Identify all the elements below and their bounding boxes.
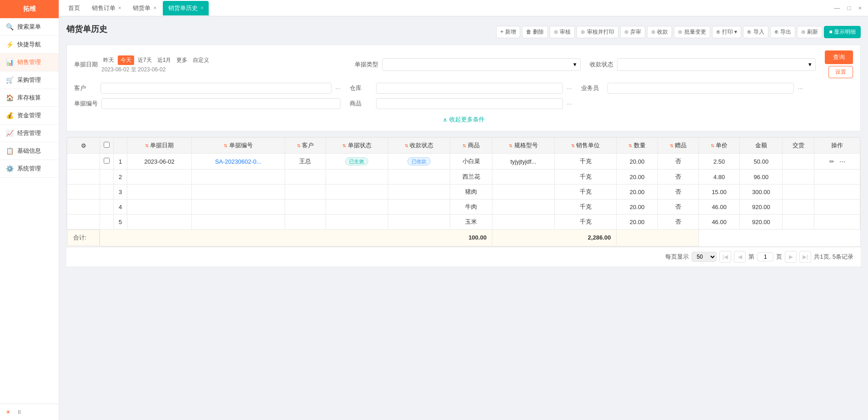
set-button[interactable]: 设置 bbox=[828, 66, 853, 78]
filter-card: 单据日期 昨天 今天 近7天 近1月 更多 自定义 2023-06-02 至 2… bbox=[66, 45, 861, 131]
row-action-cell: ✏ ⋯ bbox=[814, 154, 860, 170]
refresh-button[interactable]: ⊙ 刷新 bbox=[797, 26, 822, 38]
row-doc-status-cell bbox=[326, 200, 388, 215]
next-page-btn[interactable]: ▶ bbox=[785, 251, 797, 263]
date-shortcuts: 昨天 今天 近7天 近1月 更多 自定义 bbox=[101, 55, 211, 65]
col-collect-status[interactable]: ⇅ 收款状态 bbox=[388, 138, 450, 154]
prev-page-btn[interactable]: ◀ bbox=[734, 251, 746, 263]
abandon-button[interactable]: ⊙ 弃审 bbox=[620, 26, 645, 38]
tab-home[interactable]: 首页 bbox=[63, 1, 85, 15]
tab-minimize-btn[interactable]: — bbox=[832, 4, 843, 12]
sidebar-item-search-menu[interactable]: 🔍 搜索菜单 bbox=[0, 18, 59, 36]
page-size-select[interactable]: 50 100 200 bbox=[692, 252, 717, 262]
query-button[interactable]: 查询 bbox=[825, 50, 853, 64]
ops-mgmt-icon: 📈 bbox=[5, 129, 14, 137]
row-collect-status-cell bbox=[388, 170, 450, 185]
row-action-cell bbox=[814, 185, 860, 200]
audit-button[interactable]: ⊙ 审核 bbox=[550, 26, 575, 38]
row-quantity-cell: 20.00 bbox=[617, 215, 657, 230]
query-set-group: 查询 设置 bbox=[825, 50, 853, 78]
doc-no-link[interactable]: SA-20230602-0... bbox=[215, 158, 261, 165]
tab-sales-goods-close[interactable]: × bbox=[153, 5, 156, 10]
import-button[interactable]: ⊕ 导入 bbox=[743, 26, 768, 38]
collect-button[interactable]: ⊙ 收款 bbox=[647, 26, 672, 38]
row-collect-status-cell bbox=[388, 185, 450, 200]
col-spec[interactable]: ⇅ 规格型号 bbox=[492, 138, 555, 154]
date-shortcut-7days[interactable]: 近7天 bbox=[136, 55, 154, 65]
filter-collect-status-select[interactable]: ▾ bbox=[617, 58, 816, 71]
row-checkbox[interactable] bbox=[104, 158, 110, 164]
filter-customer-input[interactable] bbox=[100, 83, 331, 94]
col-sales-unit[interactable]: ⇅ 销售单位 bbox=[554, 138, 617, 154]
table-row: 4 牛肉 千克 20.00 否 46.00 920.00 bbox=[67, 200, 860, 215]
row-sales-unit-cell: 千克 bbox=[554, 154, 617, 170]
date-shortcut-1month[interactable]: 近1月 bbox=[156, 55, 173, 65]
filter-date-label: 单据日期 bbox=[74, 60, 98, 69]
sidebar-item-sales-mgmt[interactable]: 📊 销售管理 bbox=[0, 54, 59, 71]
date-shortcut-more[interactable]: 更多 bbox=[175, 55, 189, 65]
col-unit-price[interactable]: ⇅ 单价 bbox=[699, 138, 740, 154]
col-settings[interactable]: ⚙ bbox=[67, 138, 100, 154]
row-spec-cell bbox=[492, 200, 555, 215]
col-gift[interactable]: ⇅ 赠品 bbox=[657, 138, 698, 154]
first-page-btn[interactable]: |◀ bbox=[719, 251, 731, 263]
show-detail-button[interactable]: ■ 显示明细 bbox=[824, 26, 861, 38]
sidebar-item-ops-mgmt[interactable]: 📈 经营管理 bbox=[0, 125, 59, 142]
filter-salesman-input[interactable] bbox=[607, 83, 794, 94]
tab-close-all-btn[interactable]: × bbox=[855, 4, 864, 12]
row-collect-status-cell: 已收款 bbox=[388, 154, 450, 170]
sidebar-item-quick-nav[interactable]: ⚡ 快捷导航 bbox=[0, 36, 59, 54]
sidebar-item-basic-info[interactable]: 📋 基础信息 bbox=[0, 142, 59, 160]
sidebar-item-finance-mgmt[interactable]: 💰 资金管理 bbox=[0, 107, 59, 125]
page-input[interactable] bbox=[757, 252, 773, 261]
sidebar-item-purchase-mgmt[interactable]: 🛒 采购管理 bbox=[0, 71, 59, 89]
row-unit-price-cell: 2.50 bbox=[699, 154, 740, 170]
goods-dots-icon[interactable]: ··· bbox=[567, 100, 572, 107]
audit-print-button[interactable]: ⊙ 审核并打印 bbox=[577, 26, 618, 38]
sort-icon-gift: ⇅ bbox=[670, 143, 673, 148]
col-goods[interactable]: ⇅ 商品 bbox=[450, 138, 492, 154]
customer-dots-icon[interactable]: ··· bbox=[335, 85, 341, 92]
filter-goods-input[interactable] bbox=[376, 98, 563, 109]
print-button[interactable]: ⊕ 打印 ▾ bbox=[712, 26, 742, 38]
salesman-dots-icon[interactable]: ··· bbox=[798, 85, 803, 92]
export-button[interactable]: ⊕ 导出 bbox=[770, 26, 795, 38]
date-shortcut-custom[interactable]: 自定义 bbox=[191, 55, 211, 65]
last-page-btn[interactable]: ▶| bbox=[799, 251, 811, 263]
col-customer[interactable]: ⇅ 客户 bbox=[285, 138, 326, 154]
filter-doc-no-input[interactable] bbox=[101, 98, 341, 109]
row-goods-cell: 牛肉 bbox=[450, 200, 492, 215]
batch-change-button[interactable]: ⊙ 批量变更 bbox=[674, 26, 710, 38]
filter-warehouse-input[interactable] bbox=[376, 83, 563, 94]
sidebar-bottom-icon1[interactable]: ☀ bbox=[5, 409, 11, 415]
more-action-btn[interactable]: ⋯ bbox=[838, 157, 847, 166]
sidebar-item-sys-mgmt[interactable]: ⚙️ 系统管理 bbox=[0, 160, 59, 178]
select-all-checkbox[interactable] bbox=[104, 142, 110, 148]
date-shortcut-today[interactable]: 今天 bbox=[118, 55, 134, 65]
col-amount: 金额 bbox=[740, 138, 783, 154]
tab-sales-order-close[interactable]: × bbox=[118, 5, 121, 10]
row-gift-cell: 否 bbox=[657, 200, 698, 215]
col-quantity[interactable]: ⇅ 数量 bbox=[617, 138, 657, 154]
edit-action-btn[interactable]: ✏ bbox=[827, 157, 836, 166]
delete-button[interactable]: 🗑 删除 bbox=[522, 26, 548, 38]
filter-doc-type-select[interactable]: ▾ bbox=[382, 58, 581, 71]
col-doc-status[interactable]: ⇅ 单据状态 bbox=[326, 138, 388, 154]
filter-salesman: 业务员 ··· bbox=[581, 83, 803, 94]
sidebar-bottom-icon2[interactable]: ⏸ bbox=[16, 409, 22, 415]
new-button[interactable]: + 新增 bbox=[496, 26, 520, 38]
row-doc-date-cell bbox=[127, 170, 192, 185]
tab-sales-history-close[interactable]: × bbox=[201, 5, 203, 10]
tab-maximize-btn[interactable]: □ bbox=[845, 4, 854, 12]
warehouse-dots-icon[interactable]: ··· bbox=[567, 85, 572, 92]
tab-sales-goods[interactable]: 销货单 × bbox=[127, 1, 161, 15]
row-spec-cell bbox=[492, 215, 555, 230]
col-doc-no[interactable]: ⇅ 单据编号 bbox=[191, 138, 285, 154]
sidebar-item-inventory[interactable]: 🏠 库存核算 bbox=[0, 89, 59, 107]
row-gift-cell: 否 bbox=[657, 170, 698, 185]
col-doc-date[interactable]: ⇅ 单据日期 bbox=[127, 138, 192, 154]
date-shortcut-yesterday[interactable]: 昨天 bbox=[101, 55, 116, 65]
tab-sales-history[interactable]: 销货单历史 × bbox=[163, 1, 209, 15]
tab-sales-order[interactable]: 销售订单 × bbox=[86, 1, 126, 15]
collapse-button[interactable]: ∧ 收起更多条件 bbox=[74, 114, 853, 125]
